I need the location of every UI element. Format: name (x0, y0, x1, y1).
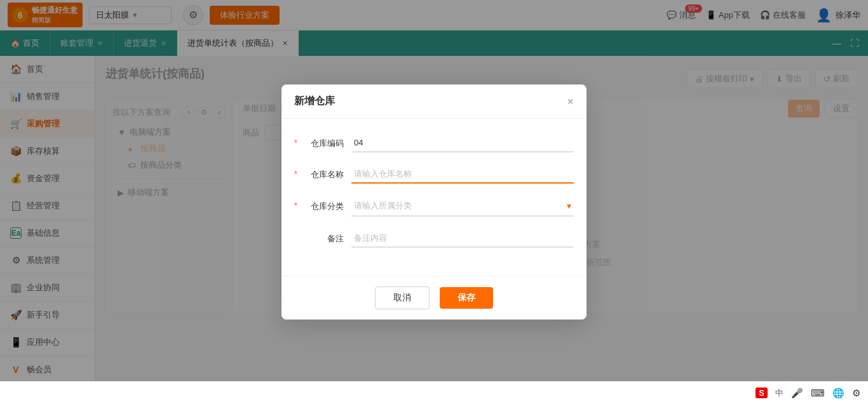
dialog-footer: 取消 保存 (281, 276, 587, 320)
lang-icon[interactable]: 🌐 (832, 387, 844, 399)
category-placeholder: 请输入所属分类 (354, 200, 412, 212)
s-logo: S (756, 387, 768, 398)
cn-label: 中 (775, 387, 783, 399)
code-input[interactable] (351, 134, 574, 152)
bottom-settings-icon[interactable]: ⚙ (852, 387, 860, 399)
form-row-code: 仓库编码 (294, 134, 574, 152)
name-label: 仓库名称 (294, 169, 351, 180)
dialog-title: 新增仓库 (294, 95, 335, 108)
dialog-header: 新增仓库 × (281, 84, 587, 119)
form-row-note: 备注 (294, 229, 574, 248)
form-row-name: 仓库名称 (294, 165, 574, 184)
dialog-close-button[interactable]: × (567, 96, 574, 107)
code-label: 仓库编码 (294, 138, 351, 149)
form-row-category: 仓库分类 请输入所属分类 ▾ (294, 196, 574, 217)
category-label: 仓库分类 (294, 201, 351, 212)
category-dropdown-icon: ▾ (567, 201, 571, 211)
mic-icon[interactable]: 🎤 (791, 387, 803, 399)
cancel-button[interactable]: 取消 (375, 286, 430, 309)
dialog-new-warehouse: 新增仓库 × 仓库编码 仓库名称 仓库分类 请输入所属分类 ▾ (281, 84, 587, 320)
modal-overlay: 新增仓库 × 仓库编码 仓库名称 仓库分类 请输入所属分类 ▾ (0, 0, 868, 404)
note-label: 备注 (294, 233, 351, 245)
dialog-body: 仓库编码 仓库名称 仓库分类 请输入所属分类 ▾ 备注 (281, 119, 587, 276)
bottom-bar: S 中 🎤 ⌨ 🌐 ⚙ (0, 381, 868, 404)
category-select[interactable]: 请输入所属分类 ▾ (351, 196, 574, 217)
name-input[interactable] (351, 165, 574, 184)
save-button[interactable]: 保存 (440, 287, 493, 309)
keyboard-icon[interactable]: ⌨ (811, 387, 825, 399)
note-input[interactable] (351, 229, 574, 248)
